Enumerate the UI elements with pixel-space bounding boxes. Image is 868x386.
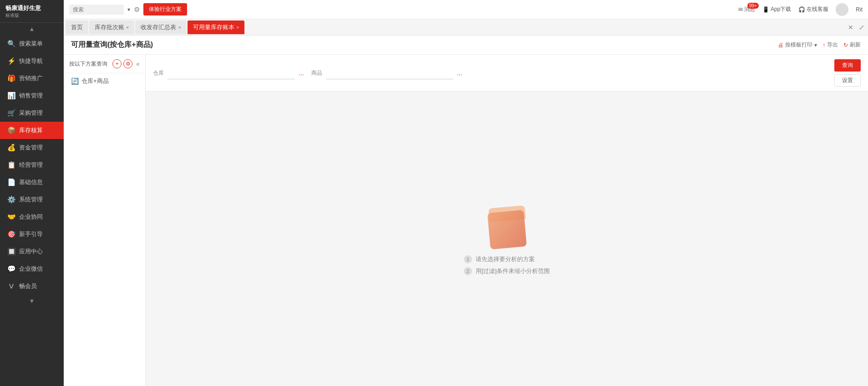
sidebar-item-finance[interactable]: 💰 资金管理 xyxy=(0,139,64,156)
tab-stock-summary-close[interactable]: × xyxy=(178,25,181,30)
print-icon: 🖨 xyxy=(778,42,783,48)
message-button[interactable]: ✉ 消息 99+ xyxy=(738,5,755,13)
empty-hint-1: 1 请先选择要分析的方案 xyxy=(464,255,550,263)
product-filter: 商品 ... xyxy=(311,67,462,79)
wechat-icon: 💬 xyxy=(7,265,15,273)
sidebar-item-nav[interactable]: ⚡ 快捷导航 xyxy=(0,52,64,70)
trial-button[interactable]: 体验行业方案 xyxy=(143,3,187,15)
sidebar-scroll-up[interactable]: ▲ xyxy=(0,23,64,35)
refresh-button[interactable]: ↻ 刷新 xyxy=(843,41,861,49)
left-panel-header: 按以下方案查询 + ⚙ « xyxy=(64,55,145,73)
add-scheme-button[interactable]: + xyxy=(112,59,122,68)
sidebar-item-label: 系统管理 xyxy=(19,196,43,204)
tab-available-inventory[interactable]: 可用量库存账本 × xyxy=(188,21,244,34)
sidebar-item-label: 新手引导 xyxy=(19,230,43,238)
filter-row: 仓库 ... 商品 ... 查询 设置 xyxy=(146,55,868,92)
sidebar-item-label: 销售管理 xyxy=(19,92,43,100)
sidebar-logo: 畅康通好生意 标准版 xyxy=(0,0,64,23)
hint-text-1: 请先选择要分析的方案 xyxy=(476,255,535,263)
warehouse-more-icon[interactable]: ... xyxy=(299,69,304,77)
sidebar-scroll: ▲ 🔍 搜索菜单 ⚡ 快捷导航 🎁 营销推广 📊 销售管理 🛒 采购管理 📦 库… xyxy=(0,23,64,386)
settings-scheme-button[interactable]: ⚙ xyxy=(123,59,132,68)
page-title: 可用量查询(按仓库+商品) xyxy=(71,40,153,50)
sidebar-item-management[interactable]: 📋 经营管理 xyxy=(0,156,64,174)
topbar-right: ✉ 消息 99+ 📱 App下载 🎧 在线客服 Rit xyxy=(738,3,863,16)
content-area: 按以下方案查询 + ⚙ « 🔄 仓库+商品 仓库 ... xyxy=(64,55,868,386)
hint-text-2: 用[过滤]条件来缩小分析范围 xyxy=(476,267,550,275)
export-button[interactable]: ↑ 导出 xyxy=(822,41,838,49)
sidebar-item-marketing[interactable]: 🎁 营销推广 xyxy=(0,70,64,87)
maximize-window-icon[interactable]: ⤢ xyxy=(857,23,866,32)
mobile-icon: 📱 xyxy=(762,6,769,13)
query-button[interactable]: 查询 xyxy=(834,59,861,72)
sidebar-item-inventory[interactable]: 📦 库存核算 xyxy=(0,122,64,139)
print-button[interactable]: 🖨 按模板打印 ▾ xyxy=(778,41,817,49)
product-input[interactable] xyxy=(326,67,453,79)
close-window-icon[interactable]: ✕ xyxy=(846,23,855,32)
tabs-bar: 首页 库存批次账 × 收发存汇总表 × 可用量库存账本 × ✕ ⤢ xyxy=(64,19,868,36)
cart-icon: 🛒 xyxy=(7,109,15,117)
tab-inventory-batch-close[interactable]: × xyxy=(126,25,129,30)
left-panel-title: 按以下方案查询 xyxy=(69,60,109,68)
sidebar-scroll-down[interactable]: ▼ xyxy=(0,295,64,307)
sidebar-item-basics[interactable]: 📄 基础信息 xyxy=(0,174,64,191)
page-header-actions: 🖨 按模板打印 ▾ ↑ 导出 ↻ 刷新 xyxy=(778,41,861,49)
filter-settings-button[interactable]: 设置 xyxy=(834,74,861,87)
box-icon: 📦 xyxy=(7,126,15,134)
sidebar-item-purchase[interactable]: 🛒 采购管理 xyxy=(0,104,64,122)
avatar[interactable] xyxy=(836,3,848,16)
tab-inventory-batch[interactable]: 库存批次账 × xyxy=(89,21,134,34)
online-service-button[interactable]: 🎧 在线客服 xyxy=(798,5,828,13)
sidebar-item-wechat[interactable]: 💬 企业微信 xyxy=(0,260,64,278)
dropdown-arrow[interactable]: ▾ xyxy=(127,6,130,13)
settings-icon[interactable]: ⚙ xyxy=(134,5,140,14)
sidebar-item-guide[interactable]: 🎯 新手引导 xyxy=(0,226,64,243)
gift-icon: 🎁 xyxy=(7,74,15,82)
scheme-item-warehouse-product[interactable]: 🔄 仓库+商品 xyxy=(64,73,145,89)
search-input[interactable] xyxy=(69,5,124,15)
vip-icon: V xyxy=(7,282,15,290)
warehouse-input[interactable] xyxy=(168,67,295,79)
search-menu-icon: 🔍 xyxy=(7,40,15,48)
username-label[interactable]: Rit xyxy=(856,6,863,13)
sidebar-item-sales[interactable]: 📊 销售管理 xyxy=(0,87,64,104)
sidebar-item-label: 企业微信 xyxy=(19,265,43,273)
app-title: 畅康通好生意 xyxy=(5,5,58,12)
app-download-button[interactable]: 📱 App下载 xyxy=(762,5,791,13)
sidebar-item-search[interactable]: 🔍 搜索菜单 xyxy=(0,35,64,52)
online-service-label: 在线客服 xyxy=(807,5,828,13)
sidebar-item-label: 畅会员 xyxy=(19,282,37,290)
sidebar-item-label: 资金管理 xyxy=(19,144,43,152)
scheme-icon: 🔄 xyxy=(71,77,79,85)
collapse-panel-button[interactable]: « xyxy=(136,60,140,67)
print-dropdown[interactable]: ▾ xyxy=(814,42,817,48)
hint-num-1: 1 xyxy=(464,255,472,263)
nav-icon: ⚡ xyxy=(7,57,15,65)
app-download-label: App下载 xyxy=(771,5,791,13)
topbar: ▾ ⚙ 体验行业方案 ✉ 消息 99+ 📱 App下载 🎧 在线客服 Rit xyxy=(64,0,868,19)
scheme-item-label: 仓库+商品 xyxy=(81,77,109,85)
sidebar-item-apps[interactable]: 🔲 应用中心 xyxy=(0,243,64,260)
sidebar-item-label: 应用中心 xyxy=(19,247,43,256)
export-icon: ↑ xyxy=(822,42,825,48)
tab-home[interactable]: 首页 xyxy=(66,21,88,34)
tab-stock-summary[interactable]: 收发存汇总表 × xyxy=(135,21,186,34)
tab-home-label: 首页 xyxy=(71,23,83,31)
sidebar-item-label: 经营管理 xyxy=(19,161,43,169)
filter-actions: 查询 设置 xyxy=(834,59,861,87)
sidebar-item-label: 库存核算 xyxy=(19,126,43,134)
tab-stock-summary-label: 收发存汇总表 xyxy=(141,23,176,31)
money-icon: 💰 xyxy=(7,144,15,152)
handshake-icon: 🤝 xyxy=(7,213,15,221)
hint-num-2: 2 xyxy=(464,267,472,275)
sidebar-item-cooperation[interactable]: 🤝 企业协同 xyxy=(0,208,64,226)
sidebar-item-system[interactable]: ⚙️ 系统管理 xyxy=(0,191,64,208)
target-icon: 🎯 xyxy=(7,230,15,238)
empty-state: 1 请先选择要分析的方案 2 用[过滤]条件来缩小分析范围 xyxy=(146,92,868,386)
empty-hints: 1 请先选择要分析的方案 2 用[过滤]条件来缩小分析范围 xyxy=(464,255,550,275)
product-more-icon[interactable]: ... xyxy=(457,69,462,77)
tab-available-inventory-close[interactable]: × xyxy=(236,25,239,30)
sidebar-item-members[interactable]: V 畅会员 xyxy=(0,278,64,295)
empty-hint-2: 2 用[过滤]条件来缩小分析范围 xyxy=(464,267,550,275)
app-subtitle: 标准版 xyxy=(5,12,58,19)
